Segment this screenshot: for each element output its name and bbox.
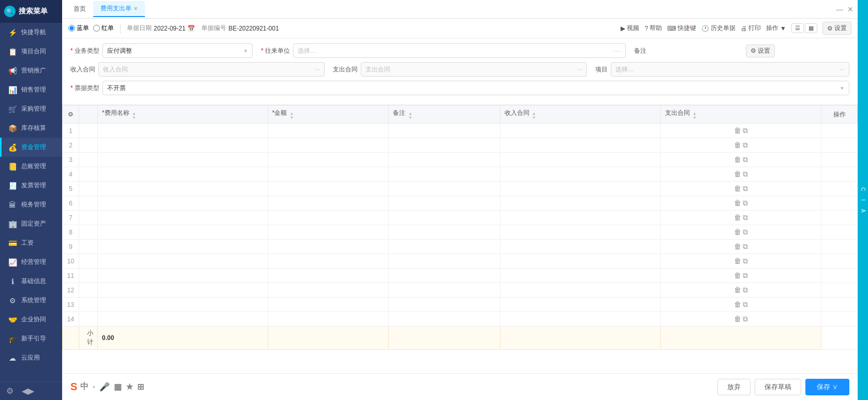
row-income-contract-13[interactable] bbox=[389, 298, 500, 312]
row-expense-name-5[interactable] bbox=[79, 182, 98, 196]
copy-icon-14[interactable]: ⧉ bbox=[743, 315, 748, 323]
row-amount-7[interactable] bbox=[98, 211, 268, 225]
delete-icon-11[interactable]: 🗑 bbox=[734, 271, 741, 279]
delete-icon-8[interactable]: 🗑 bbox=[734, 228, 741, 236]
copy-icon-3[interactable]: ⧉ bbox=[743, 155, 748, 164]
row-note-3[interactable] bbox=[268, 153, 389, 167]
row-expense-name-2[interactable] bbox=[79, 138, 98, 153]
delete-icon-5[interactable]: 🗑 bbox=[734, 184, 741, 192]
row-expense-name-8[interactable] bbox=[79, 225, 98, 240]
sidebar-item-invoice[interactable]: 🧾发票管理 bbox=[0, 176, 62, 195]
delete-icon-9[interactable]: 🗑 bbox=[734, 242, 741, 250]
row-income-contract-2[interactable] bbox=[389, 138, 500, 153]
expense-contract-input[interactable]: 支出合同 ··· bbox=[361, 62, 587, 77]
row-expense-contract-3[interactable] bbox=[500, 153, 660, 167]
operations-btn[interactable]: 操作 ▼ bbox=[766, 24, 786, 33]
col-amount[interactable]: *金额 ▲▼ bbox=[268, 106, 389, 124]
row-note-14[interactable] bbox=[268, 312, 389, 327]
tab-home[interactable]: 首页 bbox=[66, 2, 93, 17]
row-expense-contract-6[interactable] bbox=[500, 196, 660, 211]
row-amount-4[interactable] bbox=[98, 167, 268, 182]
sidebar-item-base-info[interactable]: ℹ基础信息 bbox=[0, 272, 62, 291]
row-income-contract-12[interactable] bbox=[389, 283, 500, 298]
delete-icon-4[interactable]: 🗑 bbox=[734, 170, 741, 178]
right-edge-btn-3[interactable]: A bbox=[860, 207, 866, 215]
row-income-contract-11[interactable] bbox=[389, 269, 500, 283]
row-note-4[interactable] bbox=[268, 167, 389, 182]
row-income-contract-14[interactable] bbox=[389, 312, 500, 327]
row-amount-13[interactable] bbox=[98, 298, 268, 312]
row-expense-contract-11[interactable] bbox=[500, 269, 660, 283]
copy-icon-10[interactable]: ⧉ bbox=[743, 257, 748, 265]
search-icon[interactable]: 🔍 bbox=[4, 6, 16, 17]
col-expense-contract[interactable]: 支出合同 ▲▼ bbox=[660, 106, 821, 124]
row-expense-name-4[interactable] bbox=[79, 167, 98, 182]
sidebar-item-capital[interactable]: 💰资金管理 bbox=[0, 138, 62, 157]
sidebar-item-cloud-apps[interactable]: ☁云应用 bbox=[0, 348, 62, 367]
red-bill-radio[interactable]: 红单 bbox=[93, 24, 114, 33]
history-btn[interactable]: 🕐 历史单据 bbox=[701, 24, 735, 33]
right-edge-btn-2[interactable]: I bbox=[860, 197, 866, 203]
row-income-contract-1[interactable] bbox=[389, 124, 500, 138]
form-settings-btn[interactable]: ⚙ 设置 bbox=[746, 45, 775, 57]
row-amount-12[interactable] bbox=[98, 283, 268, 298]
row-note-11[interactable] bbox=[268, 269, 389, 283]
row-expense-contract-5[interactable] bbox=[500, 182, 660, 196]
row-note-7[interactable] bbox=[268, 211, 389, 225]
row-expense-name-11[interactable] bbox=[79, 269, 98, 283]
row-amount-9[interactable] bbox=[98, 240, 268, 254]
delete-icon-3[interactable]: 🗑 bbox=[734, 155, 741, 164]
mic-icon[interactable]: 🎤 bbox=[99, 382, 110, 392]
settings-btn[interactable]: ⚙ 设置 bbox=[822, 22, 851, 35]
calendar-icon[interactable]: 📅 bbox=[187, 25, 195, 32]
sidebar-item-tax[interactable]: 🏛税务管理 bbox=[0, 195, 62, 214]
more-icon-4[interactable]: ··· bbox=[840, 66, 845, 73]
copy-icon-7[interactable]: ⧉ bbox=[743, 213, 748, 221]
row-income-contract-6[interactable] bbox=[389, 196, 500, 211]
row-amount-10[interactable] bbox=[98, 254, 268, 269]
row-expense-contract-4[interactable] bbox=[500, 167, 660, 182]
delete-icon-1[interactable]: 🗑 bbox=[734, 126, 741, 135]
delete-icon-2[interactable]: 🗑 bbox=[734, 141, 741, 149]
row-expense-contract-1[interactable] bbox=[500, 124, 660, 138]
row-expense-contract-9[interactable] bbox=[500, 240, 660, 254]
delete-icon-13[interactable]: 🗑 bbox=[734, 300, 741, 308]
more-icon-2[interactable]: ··· bbox=[315, 66, 320, 73]
row-expense-contract-14[interactable] bbox=[500, 312, 660, 327]
row-income-contract-8[interactable] bbox=[389, 225, 500, 240]
sidebar-header[interactable]: 🔍 搜索菜单 bbox=[0, 0, 62, 23]
copy-icon-2[interactable]: ⧉ bbox=[743, 141, 748, 149]
sidebar-item-accounting[interactable]: 📒总账管理 bbox=[0, 157, 62, 176]
delete-icon-10[interactable]: 🗑 bbox=[734, 257, 741, 265]
row-income-contract-10[interactable] bbox=[389, 254, 500, 269]
row-expense-contract-8[interactable] bbox=[500, 225, 660, 240]
sidebar-item-tutorial[interactable]: 🎓新手引导 bbox=[0, 329, 62, 348]
sidebar-item-purchase[interactable]: 🛒采购管理 bbox=[0, 99, 62, 118]
copy-icon-1[interactable]: ⧉ bbox=[743, 126, 748, 135]
row-expense-name-12[interactable] bbox=[79, 283, 98, 298]
copy-icon-5[interactable]: ⧉ bbox=[743, 184, 748, 192]
row-expense-name-3[interactable] bbox=[79, 153, 98, 167]
sidebar-item-salary[interactable]: 💳工资 bbox=[0, 233, 62, 253]
row-amount-11[interactable] bbox=[98, 269, 268, 283]
row-expense-name-7[interactable] bbox=[79, 211, 98, 225]
shortcuts-btn[interactable]: ⌨ 快捷键 bbox=[667, 24, 696, 33]
row-income-contract-3[interactable] bbox=[389, 153, 500, 167]
list-view-btn[interactable]: ☰ bbox=[791, 23, 804, 33]
delete-icon-14[interactable]: 🗑 bbox=[734, 315, 741, 323]
sidebar-item-operations[interactable]: 📈经营管理 bbox=[0, 253, 62, 272]
volume-icon[interactable]: ◀▶ bbox=[22, 386, 34, 396]
row-amount-14[interactable] bbox=[98, 312, 268, 327]
row-expense-contract-13[interactable] bbox=[500, 298, 660, 312]
copy-icon-6[interactable]: ⧉ bbox=[743, 199, 748, 207]
row-amount-1[interactable] bbox=[98, 124, 268, 138]
copy-icon-12[interactable]: ⧉ bbox=[743, 286, 748, 294]
col-income-contract[interactable]: 收入合同 ▲▼ bbox=[500, 106, 660, 124]
print-btn[interactable]: 🖨 打印 bbox=[741, 24, 761, 33]
row-expense-name-13[interactable] bbox=[79, 298, 98, 312]
barcode-icon[interactable]: ▦ bbox=[114, 382, 122, 392]
dot-icon[interactable]: · bbox=[93, 382, 95, 392]
help-btn[interactable]: ? 帮助 bbox=[644, 24, 662, 33]
income-contract-input[interactable]: 收入合同 ··· bbox=[98, 62, 325, 77]
row-note-10[interactable] bbox=[268, 254, 389, 269]
